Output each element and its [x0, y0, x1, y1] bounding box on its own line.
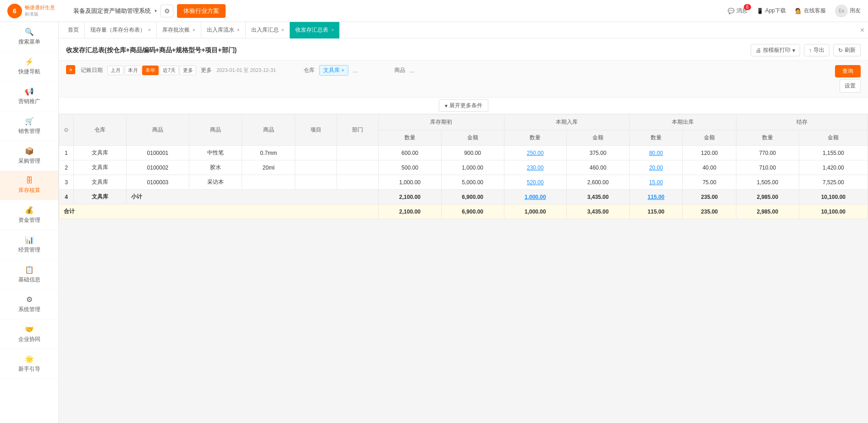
- user-avatar: Ea: [835, 5, 848, 17]
- sidebar-item-guide[interactable]: 🌟新手引导: [0, 349, 58, 379]
- subtotal-in-qty[interactable]: 1,000.00: [504, 190, 567, 204]
- col-ps-qty-header: 数量: [379, 130, 442, 146]
- date-shortcut-本年[interactable]: 本年: [142, 66, 159, 75]
- row-index-0: 1: [59, 146, 74, 160]
- export-icon: ↑: [809, 47, 812, 54]
- page-header: 收发存汇总表(按仓库+商品编码+商品+规格型号+项目+部门) 🖨 按模板打印 ▾…: [59, 38, 868, 60]
- page-content: 收发存汇总表(按仓库+商品编码+商品+规格型号+项目+部门) 🖨 按模板打印 ▾…: [59, 38, 868, 423]
- sidebar-item-purchase[interactable]: 📦采购管理: [0, 141, 58, 171]
- tab-close-inventory-dist[interactable]: ×: [148, 27, 151, 33]
- refresh-button[interactable]: ↻ 刷新: [833, 44, 861, 56]
- more-date-label[interactable]: 更多: [201, 66, 212, 74]
- app-download-action[interactable]: 📱 App下载: [757, 7, 786, 15]
- date-shortcut-本月[interactable]: 本月: [125, 66, 141, 75]
- row-ps-amt-2: 5,000.00: [441, 175, 504, 190]
- sidebar-item-label-basic: 基础信息: [18, 276, 40, 284]
- query-button[interactable]: 查询: [835, 65, 861, 77]
- app-icon: 📱: [757, 8, 763, 14]
- expand-conditions-button[interactable]: ▾ 展开更多条件: [439, 99, 488, 112]
- col-dept-header: 部门: [337, 115, 379, 146]
- logo-line2: 标准版: [25, 11, 55, 17]
- date-range-text: 2023-01-01 至 2023-12-31: [216, 67, 276, 74]
- date-shortcut-上月[interactable]: 上月: [107, 66, 124, 75]
- filter-right-buttons: 查询 设置: [835, 65, 861, 93]
- basic-icon: 📋: [25, 265, 34, 274]
- system-area: 装备及固定资产辅助管理系统 ▾ ⚙ 体验行业方案: [73, 4, 226, 18]
- sidebar-item-sales[interactable]: 🛒销售管理: [0, 111, 58, 141]
- col-out-amt-header: 金额: [683, 130, 736, 146]
- col-spec-header: 商品: [242, 115, 295, 146]
- date-filter-label: 记账日期: [81, 66, 103, 74]
- row-index-2: 3: [59, 175, 74, 190]
- tab-close-inout-summary[interactable]: ×: [282, 27, 284, 33]
- logo-area: 6 畅捷通好生意 标准版: [7, 4, 66, 18]
- message-action[interactable]: 💬 消息 6: [728, 7, 747, 15]
- row-project-1: [295, 160, 337, 175]
- row-out-amt-1: 40.00: [683, 160, 736, 175]
- close-all-tabs-button[interactable]: ×: [860, 26, 864, 34]
- table-settings-header[interactable]: ⚙: [59, 115, 74, 146]
- tab-close-recv-send-summary[interactable]: ×: [331, 27, 334, 33]
- sidebar-item-collab[interactable]: 🤝企业协同: [0, 319, 58, 349]
- filter-toggle-button[interactable]: »: [66, 65, 75, 74]
- tab-label-inout-summary: 出入库汇总: [251, 26, 279, 34]
- sidebar-item-operations[interactable]: 📊经营管理: [0, 230, 58, 260]
- tabs-bar: 首页现存量（库存分布表）×库存批次账×出入库流水×出入库汇总×收发存汇总表× ×: [59, 22, 868, 38]
- col-period-out-header: 本期出库: [629, 115, 736, 130]
- sidebar-item-inventory[interactable]: 🗄库存核算: [0, 171, 58, 200]
- gear-button[interactable]: ⚙: [160, 5, 173, 17]
- col-period-in-header: 本期入库: [504, 115, 629, 130]
- sidebar-item-quick-nav[interactable]: ⚡快捷导航: [0, 52, 58, 82]
- tab-close-inout-flow[interactable]: ×: [237, 27, 240, 33]
- row-in-qty-2[interactable]: 520.00: [504, 175, 567, 190]
- warehouse-more-btn[interactable]: ...: [353, 67, 358, 74]
- product-more-btn[interactable]: ...: [410, 67, 415, 74]
- tab-inout-summary[interactable]: 出入库汇总×: [246, 22, 290, 38]
- row-out-qty-1[interactable]: 20.00: [629, 160, 683, 175]
- content-area: 首页现存量（库存分布表）×库存批次账×出入库流水×出入库汇总×收发存汇总表× ×…: [59, 22, 868, 423]
- tab-recv-send-summary[interactable]: 收发存汇总表×: [290, 22, 340, 38]
- total-in-amt: 3,435.00: [567, 204, 630, 219]
- logo-line1: 畅捷通好生意: [25, 4, 55, 11]
- row-out-amt-2: 75.00: [683, 175, 736, 190]
- sidebar-item-basic[interactable]: 📋基础信息: [0, 260, 58, 290]
- quick-nav-icon: ⚡: [25, 57, 34, 66]
- tab-inventory-dist[interactable]: 现存量（库存分布表）×: [85, 22, 157, 38]
- row-code-2: 0100003: [127, 175, 189, 190]
- warehouse-tag[interactable]: 文具库 ×: [319, 65, 348, 76]
- row-out-qty-2[interactable]: 15.00: [629, 175, 683, 190]
- date-shortcut-更多[interactable]: 更多: [180, 66, 196, 75]
- system-dropdown-icon[interactable]: ▾: [155, 8, 157, 13]
- user-action[interactable]: Ea 用友: [835, 5, 861, 17]
- date-shortcut-近7天[interactable]: 近7天: [160, 66, 179, 75]
- sidebar-item-finance[interactable]: 💰资金管理: [0, 200, 58, 230]
- trial-button[interactable]: 体验行业方案: [177, 4, 226, 18]
- sidebar-item-marketing[interactable]: 📢营销推广: [0, 82, 58, 111]
- col-warehouse-header: 仓库: [74, 115, 127, 146]
- row-warehouse-1: 文具库: [74, 160, 127, 175]
- col-in-amt-header: 金额: [567, 130, 630, 146]
- tab-close-batch-ledger[interactable]: ×: [193, 27, 195, 33]
- app-label: App下载: [765, 7, 786, 15]
- filter-settings-button[interactable]: 设置: [840, 79, 861, 93]
- export-button[interactable]: ↑ 导出: [804, 44, 829, 56]
- row-spec-2: [242, 175, 295, 190]
- total-label: 合计: [59, 204, 379, 219]
- tab-home[interactable]: 首页: [62, 22, 85, 38]
- row-out-qty-0[interactable]: 80.00: [629, 146, 683, 160]
- sidebar-item-search[interactable]: 🔍搜索菜单: [0, 22, 58, 52]
- row-bal-amt-2: 7,525.00: [799, 175, 868, 190]
- tab-inout-flow[interactable]: 出入库流水×: [201, 22, 246, 38]
- warehouse-tag-close-icon[interactable]: ×: [342, 68, 344, 73]
- main-area: 🔍搜索菜单⚡快捷导航📢营销推广🛒销售管理📦采购管理🗄库存核算💰资金管理📊经营管理…: [0, 22, 868, 423]
- row-in-qty-1[interactable]: 230.00: [504, 160, 567, 175]
- row-code-1: 0100002: [127, 160, 189, 175]
- tab-batch-ledger[interactable]: 库存批次账×: [157, 22, 201, 38]
- print-button[interactable]: 🖨 按模板打印 ▾: [751, 44, 800, 56]
- online-service-action[interactable]: 💁 在线客服: [795, 7, 826, 15]
- row-in-qty-0[interactable]: 250.00: [504, 146, 567, 160]
- sidebar-item-system[interactable]: ⚙系统管理: [0, 290, 58, 319]
- subtotal-out-qty[interactable]: 115.00: [629, 190, 683, 204]
- col-name-header: 商品: [189, 115, 242, 146]
- logo-icon: 6: [7, 4, 22, 18]
